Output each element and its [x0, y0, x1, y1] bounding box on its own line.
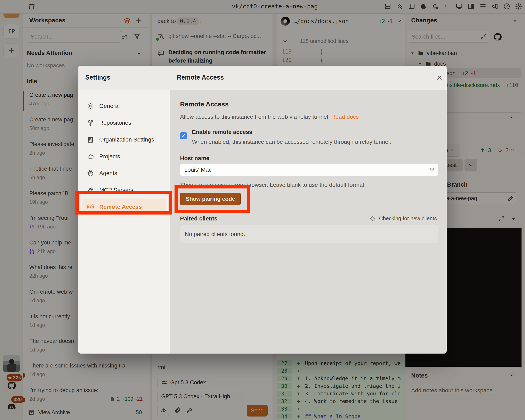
- nav-item-label: Repositories: [99, 120, 131, 126]
- nav-item-icon: [87, 153, 94, 160]
- nav-item-label: Agents: [99, 170, 117, 177]
- settings-nav-item[interactable]: General: [82, 98, 166, 114]
- settings-nav-item[interactable]: Organization Settings: [82, 131, 166, 148]
- spinner-icon: [370, 215, 376, 222]
- app-root: vk/ccf0-create-a-new-pag IP 22k 320 Work…: [0, 0, 525, 420]
- settings-nav-item[interactable]: Projects: [82, 148, 166, 165]
- annotation-remote-access: [75, 191, 172, 215]
- section-description: Allow access to this instance from the w…: [180, 114, 359, 120]
- host-name-input[interactable]: [180, 164, 417, 176]
- nav-item-icon: [87, 136, 94, 143]
- close-icon[interactable]: [436, 74, 443, 81]
- settings-nav-item[interactable]: Agents: [82, 165, 166, 182]
- section-title: Remote Access: [180, 101, 229, 108]
- enable-remote-sub: When enabled, this instance can be acces…: [192, 139, 391, 145]
- remote-access-pane: Remote Access Allow access to this insta…: [170, 90, 447, 354]
- nav-item-icon: [87, 170, 94, 177]
- host-name-field[interactable]: [180, 164, 438, 176]
- input-cursor-icon: [429, 167, 435, 173]
- nav-item-icon: [87, 103, 94, 110]
- settings-nav: General Repositories Organization Settin…: [78, 90, 170, 354]
- settings-nav-item[interactable]: Repositories: [82, 114, 166, 131]
- annotation-show-pairing-code: [175, 185, 250, 213]
- paired-clients-empty: No paired clients found.: [180, 225, 438, 243]
- paired-clients-title: Paired clients: [180, 215, 217, 222]
- modal-title: Remote Access: [177, 74, 224, 81]
- modal-header: Settings Remote Access: [78, 66, 447, 90]
- read-docs-link[interactable]: Read docs: [331, 114, 359, 120]
- nav-item-label: Projects: [99, 153, 120, 160]
- host-name-label: Host name: [180, 155, 209, 162]
- settings-title: Settings: [85, 74, 110, 81]
- nav-item-label: Organization Settings: [99, 136, 154, 143]
- enable-remote-checkbox[interactable]: ✓: [180, 132, 187, 139]
- enable-remote-label: Enable remote access: [192, 129, 252, 135]
- nav-item-label: General: [99, 103, 120, 109]
- checking-status: Checking for new clients: [370, 215, 437, 222]
- nav-item-icon: [87, 119, 94, 126]
